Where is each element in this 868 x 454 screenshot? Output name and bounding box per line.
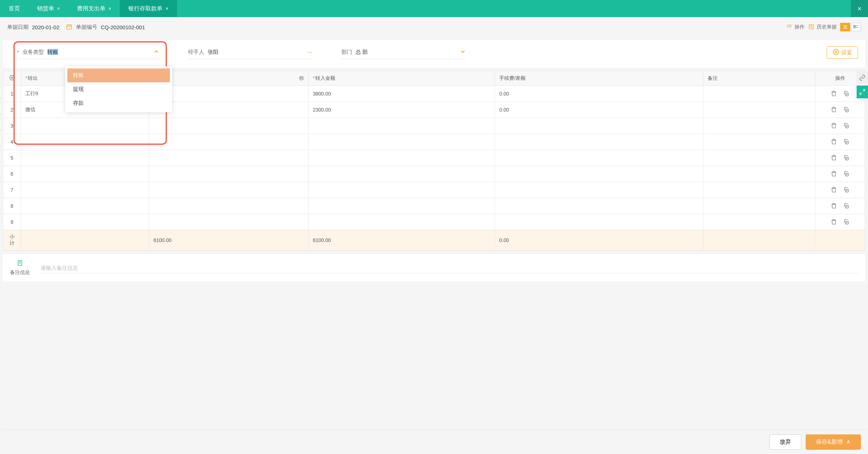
in-account-cell[interactable]	[149, 134, 308, 150]
table-row[interactable]: 3	[3, 118, 865, 134]
fee-cell[interactable]	[495, 166, 703, 182]
delete-icon[interactable]	[830, 105, 838, 114]
in-account-cell[interactable]	[149, 102, 308, 118]
in-account-cell[interactable]	[149, 118, 308, 134]
table-row[interactable]: 4	[3, 134, 865, 150]
tab-bank-transfer[interactable]: 银行存取款单 ×	[120, 0, 177, 17]
copy-icon[interactable]	[842, 122, 851, 130]
remark-cell[interactable]	[703, 166, 815, 182]
remark-cell[interactable]	[703, 86, 815, 102]
in-account-cell[interactable]	[149, 166, 308, 182]
delete-icon[interactable]	[830, 170, 838, 178]
in-amount-cell[interactable]: 3800.00	[309, 86, 495, 102]
svg-point-4	[787, 25, 788, 26]
in-amount-cell[interactable]	[309, 134, 495, 150]
table-row[interactable]: 7	[3, 182, 865, 198]
handler-field[interactable]: 经手人 张阳 ⋯	[188, 48, 313, 59]
copy-icon[interactable]	[842, 186, 851, 194]
delete-icon[interactable]	[830, 218, 838, 226]
fee-cell[interactable]	[495, 214, 703, 230]
remark-input[interactable]	[41, 263, 858, 273]
out-account-cell[interactable]	[21, 166, 149, 182]
copy-icon[interactable]	[842, 202, 851, 210]
gear-header[interactable]	[3, 71, 21, 86]
in-amount-cell[interactable]	[309, 118, 495, 134]
out-account-cell[interactable]	[21, 198, 149, 214]
copy-icon[interactable]	[842, 154, 851, 162]
table-row[interactable]: 9	[3, 214, 865, 230]
in-amount-cell[interactable]	[309, 198, 495, 214]
in-amount-cell[interactable]	[309, 182, 495, 198]
fee-cell[interactable]	[495, 150, 703, 166]
actions-label: 操作	[795, 24, 805, 30]
out-account-cell[interactable]	[21, 134, 149, 150]
in-account-cell[interactable]	[149, 182, 308, 198]
in-account-cell[interactable]	[149, 198, 308, 214]
settings-button[interactable]: 设置	[827, 46, 858, 59]
fee-cell[interactable]: 0.00	[495, 86, 703, 102]
fee-cell[interactable]	[495, 118, 703, 134]
close-icon[interactable]: ×	[165, 6, 168, 11]
table-row[interactable]: 5	[3, 150, 865, 166]
out-account-cell[interactable]	[21, 214, 149, 230]
link-icon[interactable]	[857, 71, 868, 84]
biz-type-field[interactable]: * 业务类型 转账 转账 提现 存款	[17, 48, 160, 59]
close-icon[interactable]: ×	[57, 6, 60, 11]
out-account-cell[interactable]	[21, 182, 149, 198]
svg-point-7	[787, 26, 788, 27]
remark-cell[interactable]	[703, 150, 815, 166]
table-row[interactable]: 6	[3, 166, 865, 182]
chevron-down-icon[interactable]	[460, 48, 466, 56]
dropdown-option-transfer[interactable]: 转账	[67, 68, 170, 82]
dept-field[interactable]: 部门 总 部	[341, 48, 466, 59]
remark-cell[interactable]	[703, 182, 815, 198]
delete-icon[interactable]	[830, 122, 838, 130]
copy-icon[interactable]	[842, 89, 851, 98]
remark-cell[interactable]	[703, 118, 815, 134]
dropdown-option-deposit[interactable]: 存款	[67, 96, 170, 110]
calendar-icon[interactable]	[66, 24, 72, 31]
chevron-up-icon[interactable]	[153, 48, 160, 56]
remark-cell[interactable]	[703, 214, 815, 230]
out-account-cell[interactable]	[21, 150, 149, 166]
in-account-cell[interactable]	[149, 214, 308, 230]
remark-cell[interactable]	[703, 134, 815, 150]
tab-label: 银行存取款单	[128, 5, 162, 12]
copy-icon[interactable]	[842, 105, 851, 114]
delete-icon[interactable]	[830, 89, 838, 98]
remark-cell[interactable]	[703, 102, 815, 118]
tab-expense[interactable]: 费用支出单 ×	[68, 0, 120, 17]
fee-cell[interactable]	[495, 134, 703, 150]
in-account-cell[interactable]	[149, 150, 308, 166]
remark-cell[interactable]	[703, 198, 815, 214]
more-icon[interactable]: ⋯	[307, 50, 313, 55]
in-amount-cell[interactable]	[309, 166, 495, 182]
delete-icon[interactable]	[830, 202, 838, 210]
delete-icon[interactable]	[830, 154, 838, 162]
expand-icon[interactable]	[857, 86, 868, 98]
history-button[interactable]: 历史单据	[808, 24, 837, 31]
date-value[interactable]: 2020-01-02	[32, 24, 60, 30]
out-account-cell[interactable]	[21, 118, 149, 134]
copy-icon[interactable]	[842, 218, 851, 226]
actions-button[interactable]: 操作	[786, 24, 805, 31]
copy-icon[interactable]	[842, 170, 851, 178]
copy-icon[interactable]	[842, 138, 851, 146]
table-row[interactable]: 8	[3, 198, 865, 214]
close-all-button[interactable]: ×	[851, 0, 868, 17]
tab-sales[interactable]: 销货单 ×	[29, 0, 68, 17]
fee-cell[interactable]	[495, 182, 703, 198]
fee-cell[interactable]: 0.00	[495, 102, 703, 118]
close-icon[interactable]: ×	[108, 6, 111, 11]
detail-view-toggle[interactable]	[851, 23, 861, 31]
delete-icon[interactable]	[830, 138, 838, 146]
tab-home[interactable]: 首页	[0, 0, 29, 17]
in-amount-cell[interactable]	[309, 150, 495, 166]
in-amount-cell[interactable]	[309, 214, 495, 230]
in-amount-cell[interactable]: 2300.00	[309, 102, 495, 118]
in-account-cell[interactable]	[149, 86, 308, 102]
fee-cell[interactable]	[495, 198, 703, 214]
list-view-toggle[interactable]	[840, 23, 850, 31]
dropdown-option-withdraw[interactable]: 提现	[67, 82, 170, 96]
delete-icon[interactable]	[830, 186, 838, 194]
